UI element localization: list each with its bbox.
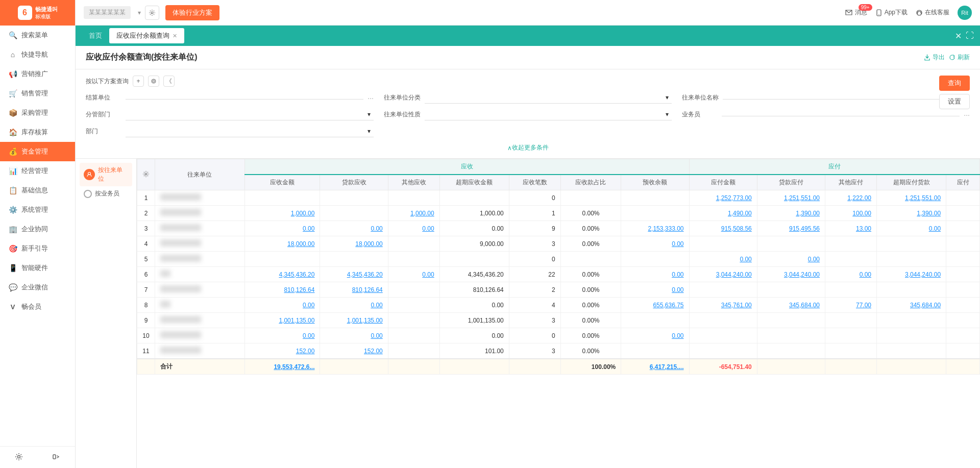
- sidebar-item-system[interactable]: ⚙️ 系统管理: [0, 200, 75, 219]
- table-cell[interactable]: 0.00: [244, 298, 320, 313]
- table-cell[interactable]: 0.00: [320, 328, 388, 343]
- table-cell[interactable]: 1,001,135.00: [320, 313, 388, 328]
- table-cell[interactable]: 1,251,551.00: [876, 190, 946, 206]
- table-cell[interactable]: 0.00: [388, 267, 439, 282]
- supervision-dept-select[interactable]: ▾: [126, 109, 374, 120]
- table-cell[interactable]: 0.00: [621, 267, 689, 282]
- tab-fullscreen[interactable]: ⛶: [966, 31, 974, 40]
- settings-scheme-btn[interactable]: [148, 76, 159, 87]
- collapse-scheme-btn[interactable]: 《: [163, 76, 175, 87]
- user-avatar[interactable]: Rit: [958, 6, 972, 20]
- settlement-unit-input[interactable]: [126, 96, 363, 100]
- table-cell[interactable]: 1,252,773.00: [689, 190, 757, 206]
- salesperson-dots[interactable]: ···: [964, 111, 970, 119]
- table-cell[interactable]: 0.00: [876, 221, 946, 236]
- table-cell[interactable]: 4,345,436.20: [320, 267, 388, 282]
- tree-item-by-salesperson[interactable]: 按业务员: [80, 186, 132, 201]
- sidebar-settings[interactable]: [13, 451, 25, 464]
- table-cell[interactable]: 13.00: [825, 221, 877, 236]
- sidebar-item-hardware[interactable]: 📱 智能硬件: [0, 258, 75, 278]
- sidebar-item-enterprise[interactable]: 🏢 企业协同: [0, 219, 75, 239]
- app-download-btn[interactable]: App下载: [875, 8, 908, 17]
- table-cell[interactable]: 1,390.00: [757, 206, 825, 221]
- table-cell[interactable]: 3,044,240.00: [876, 267, 946, 282]
- table-cell[interactable]: 0.00: [388, 221, 439, 236]
- table-settings-icon[interactable]: [142, 170, 150, 178]
- partner-nature-select[interactable]: ▾: [425, 109, 672, 120]
- sidebar-item-inventory[interactable]: 🏠 库存核算: [0, 122, 75, 142]
- table-cell[interactable]: 0.00: [825, 267, 877, 282]
- table-cell[interactable]: 152.00: [320, 343, 388, 359]
- table-cell[interactable]: 2,153,333.00: [621, 221, 689, 236]
- message-btn[interactable]: 消息 99+: [845, 8, 867, 17]
- settings-button[interactable]: [145, 6, 159, 20]
- table-cell[interactable]: 1,000.00: [244, 206, 320, 221]
- sidebar-item-member[interactable]: V 畅会员: [0, 297, 75, 316]
- refresh-button[interactable]: 刷新: [949, 53, 970, 62]
- add-scheme-btn[interactable]: +: [133, 76, 144, 87]
- tree-item-by-partner[interactable]: 按往来单位: [80, 163, 132, 186]
- export-button[interactable]: 导出: [924, 53, 945, 62]
- table-cell[interactable]: 0.00: [244, 328, 320, 343]
- table-cell[interactable]: 3,044,240.00: [689, 267, 757, 282]
- sidebar-item-wechat[interactable]: 💬 企业微信: [0, 278, 75, 297]
- table-footer: 合计 19,553,472.6... 100.00% 6,417,215....…: [137, 359, 980, 375]
- table-cell[interactable]: 915,508.56: [689, 221, 757, 236]
- table-cell[interactable]: 18,000.00: [244, 236, 320, 252]
- tab-home[interactable]: 首页: [82, 28, 109, 43]
- sidebar-item-search[interactable]: 🔍 搜索菜单: [0, 26, 75, 45]
- table-cell[interactable]: 810,126.64: [244, 282, 320, 298]
- footer-advance-balance[interactable]: 6,417,215....: [621, 359, 689, 375]
- company-dropdown[interactable]: ▾: [138, 9, 141, 16]
- table-cell[interactable]: 4,345,436.20: [244, 267, 320, 282]
- table-cell[interactable]: 1,490.00: [689, 206, 757, 221]
- table-cell[interactable]: 345,684.00: [876, 298, 946, 313]
- table-cell[interactable]: 1,000.00: [388, 206, 439, 221]
- sidebar-item-operation[interactable]: 📊 经营管理: [0, 161, 75, 181]
- sidebar-item-marketing[interactable]: 📢 营销推广: [0, 64, 75, 84]
- table-cell[interactable]: 0.00: [621, 282, 689, 298]
- table-cell[interactable]: 345,761.00: [689, 298, 757, 313]
- set-button[interactable]: 设置: [939, 94, 970, 109]
- tab-balance[interactable]: 应收应付余额查询 ✕: [109, 28, 184, 43]
- sidebar-item-basic[interactable]: 📋 基础信息: [0, 181, 75, 200]
- table-cell[interactable]: 100.00: [825, 206, 877, 221]
- sidebar-item-quicknav[interactable]: ⌂ 快捷导航: [0, 45, 75, 64]
- table-cell[interactable]: 0.00: [689, 252, 757, 267]
- sidebar-item-purchase[interactable]: 📦 采购管理: [0, 103, 75, 122]
- table-cell[interactable]: 0.00: [757, 252, 825, 267]
- table-cell[interactable]: 1,251,551.00: [757, 190, 825, 206]
- footer-receivable-amt[interactable]: 19,553,472.6...: [244, 359, 320, 375]
- sidebar-item-guide[interactable]: 🎯 新手引导: [0, 239, 75, 258]
- table-cell[interactable]: 0.00: [320, 298, 388, 313]
- collapse-more-btn[interactable]: ∧ 收起更多条件: [86, 141, 970, 154]
- sidebar-item-capital[interactable]: 💰 资金管理: [0, 142, 75, 161]
- partner-name-input[interactable]: [723, 96, 970, 100]
- table-cell[interactable]: 77.00: [825, 298, 877, 313]
- table-cell[interactable]: 345,684.00: [757, 298, 825, 313]
- online-service-btn[interactable]: 在线客服: [916, 8, 949, 17]
- table-cell[interactable]: 1,222.00: [825, 190, 877, 206]
- table-cell[interactable]: 0.00: [621, 236, 689, 252]
- sidebar-collapse[interactable]: [50, 451, 62, 464]
- trial-button[interactable]: 体验行业方案: [165, 5, 219, 20]
- tab-close-icon[interactable]: ✕: [173, 33, 177, 39]
- table-cell[interactable]: 1,390.00: [876, 206, 946, 221]
- table-cell[interactable]: 152.00: [244, 343, 320, 359]
- table-cell[interactable]: 3,044,240.00: [757, 267, 825, 282]
- settlement-unit-dots[interactable]: ···: [368, 94, 374, 102]
- table-cell[interactable]: 0.00: [244, 221, 320, 236]
- partner-category-select[interactable]: ▾: [425, 92, 672, 104]
- sidebar-item-sales[interactable]: 🛒 销售管理: [0, 84, 75, 103]
- table-cell[interactable]: 1,001,135.00: [244, 313, 320, 328]
- table-cell[interactable]: 915,495.56: [757, 221, 825, 236]
- salesperson-input[interactable]: [722, 113, 960, 116]
- table-cell[interactable]: 18,000.00: [320, 236, 388, 252]
- tab-close-window[interactable]: ✕: [955, 31, 962, 41]
- table-cell[interactable]: 0.00: [320, 221, 388, 236]
- table-cell[interactable]: 810,126.64: [320, 282, 388, 298]
- table-cell[interactable]: 655,636.75: [621, 298, 689, 313]
- query-button[interactable]: 查询: [939, 76, 970, 91]
- dept-select[interactable]: ▾: [126, 126, 374, 137]
- table-cell[interactable]: 0.00: [621, 328, 689, 343]
